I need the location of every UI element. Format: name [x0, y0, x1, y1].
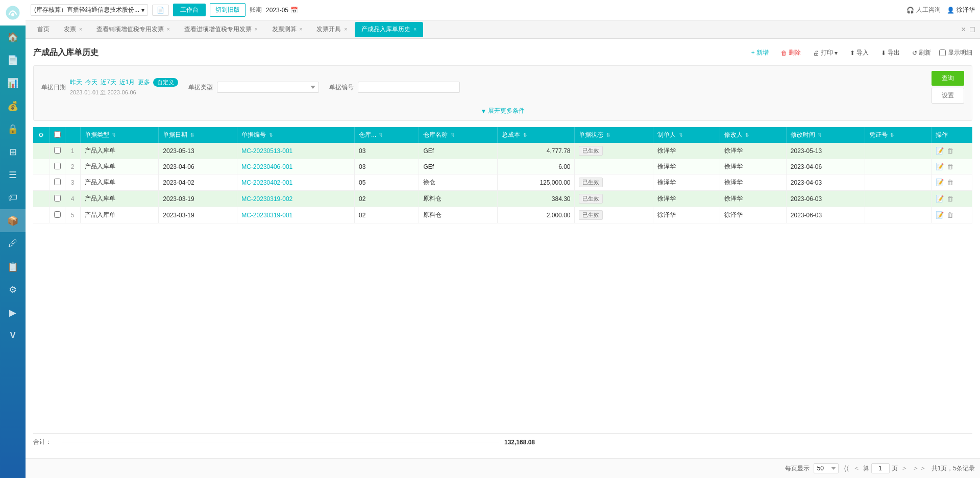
- date-link-today[interactable]: 今天: [85, 78, 97, 87]
- row-checkbox[interactable]: [54, 179, 61, 185]
- sidebar-item-stamp[interactable]: 🖊: [0, 232, 26, 255]
- first-page-button[interactable]: ⟨⟨: [843, 463, 850, 473]
- number-link[interactable]: MC-20230513-001: [241, 147, 292, 155]
- col-warehouse-name[interactable]: 仓库名称 ⇅: [419, 127, 498, 143]
- row-checkbox[interactable]: [54, 211, 61, 218]
- delete-button[interactable]: 🗑 删除: [777, 46, 805, 59]
- edit-icon[interactable]: 📝: [936, 195, 944, 203]
- col-status[interactable]: 单据状态 ⇅: [575, 127, 653, 143]
- display-detail-toggle[interactable]: 显示明细: [939, 48, 972, 57]
- tab-vat-input-close[interactable]: ×: [255, 27, 258, 32]
- next-page-button[interactable]: ＞: [900, 463, 909, 474]
- tab-vat-output[interactable]: 查看销项增值税专用发票 ×: [90, 22, 177, 37]
- number-link[interactable]: MC-20230406-001: [241, 163, 292, 170]
- tab-invoice-open[interactable]: 发票开具 ×: [310, 22, 354, 37]
- expand-button[interactable]: ▼ 展开更多条件: [481, 107, 525, 115]
- close-window-button[interactable]: ×: [961, 25, 966, 34]
- col-checkbox[interactable]: [50, 127, 65, 143]
- col-voucher[interactable]: 凭证号 ⇅: [865, 127, 931, 143]
- page-number-input[interactable]: [871, 463, 890, 473]
- tab-invoice[interactable]: 发票 ×: [57, 22, 89, 37]
- date-link-1month[interactable]: 近1月: [119, 78, 135, 87]
- refresh-button[interactable]: ↺ 刷新: [908, 46, 935, 59]
- cell-number[interactable]: MC-20230513-001: [237, 143, 355, 159]
- tab-vat-output-close[interactable]: ×: [167, 27, 170, 32]
- col-number[interactable]: 单据编号 ⇅: [237, 127, 355, 143]
- sidebar-item-list[interactable]: ☰: [0, 163, 26, 186]
- delete-row-icon[interactable]: 🗑: [947, 163, 953, 170]
- col-modifier[interactable]: 修改人 ⇅: [720, 127, 786, 143]
- cell-checkbox[interactable]: [50, 207, 65, 223]
- number-link[interactable]: MC-20230402-001: [241, 179, 292, 186]
- cell-checkbox[interactable]: [50, 191, 65, 207]
- tab-invoice-calc[interactable]: 发票测算 ×: [265, 22, 309, 37]
- delete-row-icon[interactable]: 🗑: [947, 211, 953, 219]
- row-checkbox[interactable]: [54, 147, 61, 154]
- sidebar-item-home[interactable]: 🏠: [0, 26, 26, 48]
- delete-row-icon[interactable]: 🗑: [947, 147, 953, 155]
- edit-icon[interactable]: 📝: [936, 179, 944, 186]
- delete-row-icon[interactable]: 🗑: [947, 179, 953, 186]
- col-creator[interactable]: 制单人 ⇅: [653, 127, 720, 143]
- sidebar-item-v[interactable]: V: [0, 324, 26, 347]
- row-checkbox[interactable]: [54, 195, 61, 202]
- row-checkbox[interactable]: [54, 163, 61, 169]
- edit-icon[interactable]: 📝: [936, 163, 944, 170]
- cell-number[interactable]: MC-20230406-001: [237, 159, 355, 174]
- select-all-checkbox[interactable]: [54, 131, 61, 138]
- col-warehouse-code[interactable]: 仓库... ⇅: [355, 127, 419, 143]
- col-type[interactable]: 单据类型 ⇅: [80, 127, 159, 143]
- tab-warehouse-close[interactable]: ×: [413, 27, 416, 32]
- number-filter-input[interactable]: [358, 82, 460, 93]
- print-button[interactable]: 🖨 打印 ▾: [809, 46, 842, 59]
- company-selector[interactable]: (库存核算）直播轻纯通信息技术股份... ▾: [31, 4, 148, 16]
- delete-row-icon[interactable]: 🗑: [947, 195, 953, 203]
- import-button[interactable]: ⬆ 导入: [846, 46, 873, 59]
- maximize-window-button[interactable]: □: [970, 25, 975, 34]
- version-button[interactable]: 切到旧版: [210, 3, 246, 17]
- sidebar-item-money[interactable]: 💰: [0, 94, 26, 117]
- cell-checkbox[interactable]: [50, 159, 65, 174]
- sidebar-item-lock[interactable]: 🔒: [0, 117, 26, 140]
- sidebar-item-chart[interactable]: 📊: [0, 71, 26, 94]
- cell-number[interactable]: MC-20230319-002: [237, 191, 355, 207]
- query-button[interactable]: 查询: [932, 71, 964, 86]
- doc-button[interactable]: 📄: [152, 5, 169, 16]
- new-button[interactable]: + 新增: [747, 46, 773, 59]
- sidebar-item-invoice[interactable]: 📄: [0, 48, 26, 71]
- period-selector[interactable]: 2023-05 📅: [266, 7, 298, 14]
- display-detail-checkbox[interactable]: [939, 49, 946, 56]
- edit-icon[interactable]: 📝: [936, 147, 944, 155]
- tab-invoice-close[interactable]: ×: [79, 27, 82, 32]
- cell-checkbox[interactable]: [50, 174, 65, 191]
- tab-invoice-open-close[interactable]: ×: [344, 27, 347, 32]
- page-size-select[interactable]: 20 50 100 200: [814, 463, 839, 473]
- user-menu[interactable]: 👤 徐泽华: [947, 6, 975, 14]
- sidebar-item-gear[interactable]: ⚙: [0, 278, 26, 301]
- col-total-cost[interactable]: 总成本 ⇅: [498, 127, 575, 143]
- col-settings[interactable]: ⚙: [33, 127, 50, 143]
- sidebar-item-play[interactable]: ▶: [0, 301, 26, 324]
- cell-number[interactable]: MC-20230319-001: [237, 207, 355, 223]
- tab-vat-input[interactable]: 查看进项增值税专用发票 ×: [178, 22, 264, 37]
- col-modify-time[interactable]: 修改时间 ⇅: [786, 127, 865, 143]
- tab-home[interactable]: 首页: [31, 22, 56, 37]
- set-button[interactable]: 设置: [932, 88, 964, 104]
- sidebar-item-report[interactable]: 📋: [0, 255, 26, 278]
- service-button[interactable]: 🎧 人工咨询: [906, 6, 941, 14]
- date-link-more[interactable]: 更多: [138, 78, 150, 87]
- last-page-button[interactable]: ＞＞: [911, 463, 927, 474]
- tab-warehouse-history[interactable]: 产成品入库单历史 ×: [355, 22, 423, 37]
- number-link[interactable]: MC-20230319-002: [241, 195, 292, 203]
- number-link[interactable]: MC-20230319-001: [241, 212, 292, 219]
- edit-icon[interactable]: 📝: [936, 211, 944, 219]
- workbench-button[interactable]: 工作台: [173, 4, 206, 16]
- type-filter-select[interactable]: [217, 82, 319, 93]
- col-date[interactable]: 单据日期 ⇅: [159, 127, 237, 143]
- tab-invoice-calc-close[interactable]: ×: [300, 27, 303, 32]
- sidebar-item-tag[interactable]: 🏷: [0, 186, 26, 209]
- sidebar-item-grid[interactable]: ⊞: [0, 140, 26, 163]
- date-tag-custom[interactable]: 自定义: [153, 78, 178, 87]
- prev-page-button[interactable]: ＜: [852, 463, 861, 474]
- cell-number[interactable]: MC-20230402-001: [237, 174, 355, 191]
